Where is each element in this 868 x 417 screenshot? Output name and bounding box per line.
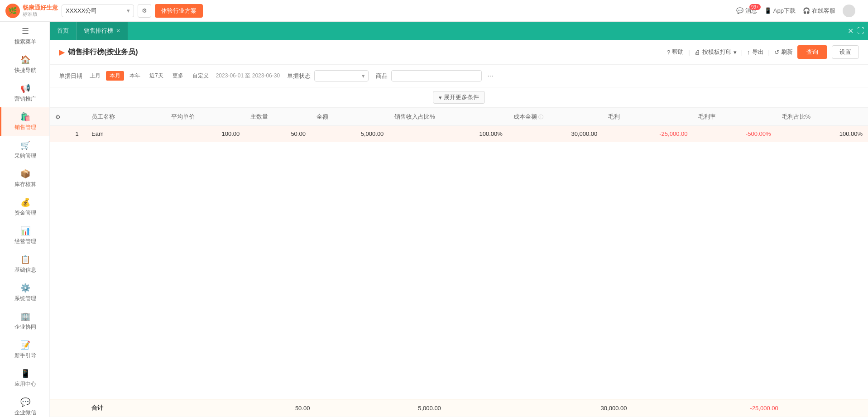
help-icon: ? (667, 49, 670, 56)
row-quantity: 50.00 (245, 126, 311, 142)
sidebar-item-purchase[interactable]: 🛒 采购管理 (0, 136, 49, 164)
date-tab-custom[interactable]: 自定义 (189, 71, 212, 81)
date-tab-last-month[interactable]: 上月 (86, 71, 104, 81)
trial-button[interactable]: 体验行业方案 (155, 4, 203, 18)
date-filter: 单据日期 上月 本月 本年 近7天 更多 自定义 2023-06-01 至 20… (59, 71, 280, 81)
status-select-wrap (314, 70, 369, 81)
footer-sales-pct (446, 399, 489, 417)
footer-table: 合计 50.00 5,000.00 30,000.00 -25,000.00 (50, 399, 868, 417)
online-service-button[interactable]: 🎧 在线客服 (803, 7, 835, 15)
row-settings-cell (50, 126, 68, 142)
sidebar-item-sales[interactable]: 🛍️ 销售管理 (0, 107, 49, 136)
date-range: 2023-06-01 至 2023-06-30 (216, 72, 280, 80)
purchase-icon: 🛒 (20, 140, 30, 150)
tab-fullscreen-icon[interactable]: ⛶ (857, 27, 864, 35)
table-section: ⚙ 员工名称 平均单价 主数量 全额 销售收入占比% 成本全额 ⓘ 毛利 毛利率… (50, 108, 868, 399)
sidebar-item-guide[interactable]: 📝 新手引导 (0, 336, 49, 364)
date-tab-this-month[interactable]: 本月 (106, 71, 124, 81)
row-name: Eam (86, 126, 166, 142)
settings-icon-btn[interactable]: ⚙ (138, 4, 151, 18)
sidebar-item-search[interactable]: ☰ 搜索菜单 (0, 22, 49, 50)
page-title-row: ▶ 销售排行榜(按业务员) ? 帮助 | 🖨 按模板打印 ▾ | (59, 45, 859, 59)
sidebar-item-operations[interactable]: 📊 经营管理 (0, 221, 49, 250)
settings-button[interactable]: 设置 (832, 45, 859, 59)
sidebar-label-basic-info: 基础信息 (14, 266, 36, 274)
col-sales-pct: 销售收入占比% (389, 108, 508, 126)
tab-bar-actions: ✕ ⛶ (848, 27, 868, 35)
print-dropdown-icon: ▾ (734, 49, 737, 56)
tab-home[interactable]: 首页 (50, 22, 77, 40)
system-icon: ⚙️ (20, 283, 30, 293)
expand-more-button[interactable]: ▾ 展开更多条件 (433, 91, 485, 104)
sidebar-label-enterprise: 企业协同 (14, 323, 36, 331)
help-button[interactable]: ? 帮助 (667, 48, 684, 56)
enterprise-icon: 🏢 (20, 312, 30, 321)
top-bar: 🌿 畅康通好生意 标准版 XXXXX公司 ▾ ⚙ 体验行业方案 💬 消息 99+… (0, 0, 868, 22)
date-tab-7days[interactable]: 近7天 (146, 71, 167, 81)
sidebar-label-purchase: 采购管理 (14, 152, 36, 160)
export-button[interactable]: ↑ 导出 (747, 48, 764, 56)
company-name: XXXXX公司 (66, 7, 97, 15)
sidebar-label-sales: 销售管理 (14, 124, 36, 131)
expand-label: 展开更多条件 (444, 93, 479, 101)
headset-icon: 🎧 (803, 7, 810, 14)
table-footer: 合计 50.00 5,000.00 30,000.00 -25,000.00 (50, 399, 868, 417)
goods-more-icon[interactable]: ··· (487, 72, 493, 80)
footer-label: 合计 (86, 399, 174, 417)
table-header-row: ⚙ 员工名称 平均单价 主数量 全额 销售收入占比% 成本全额 ⓘ 毛利 毛利率… (50, 108, 868, 126)
avatar[interactable] (843, 5, 855, 17)
col-quantity: 主数量 (245, 108, 311, 126)
app-download-label: App下载 (773, 7, 796, 15)
col-gross-rate: 毛利率 (693, 108, 776, 126)
export-label: 导出 (752, 48, 764, 56)
app-download-button[interactable]: 📱 App下载 (764, 7, 796, 15)
page-title: 销售排行榜(按业务员) (68, 48, 138, 57)
col-settings[interactable]: ⚙ (50, 108, 68, 126)
goods-filter: 商品 ··· (376, 70, 493, 81)
sidebar-label-quick-nav: 快捷导航 (14, 67, 36, 74)
row-gross: -25,000.00 (603, 126, 693, 142)
sidebar-item-app-center[interactable]: 📱 应用中心 (0, 364, 49, 393)
refresh-icon: ↺ (774, 49, 779, 56)
sidebar-label-search: 搜索菜单 (14, 38, 36, 46)
divider3: | (768, 49, 770, 56)
sidebar-item-inventory[interactable]: 📦 库存核算 (0, 164, 49, 193)
sidebar-label-guide: 新手引导 (14, 352, 36, 359)
sidebar-item-basic-info[interactable]: 📋 基础信息 (0, 250, 49, 278)
footer-cell-empty2 (68, 399, 86, 417)
date-tab-this-year[interactable]: 本年 (126, 71, 144, 81)
sidebar-item-finance[interactable]: 💰 资金管理 (0, 193, 49, 221)
goods-filter-label: 商品 (376, 72, 388, 80)
footer-gross-pct (826, 399, 868, 417)
back-arrow-icon[interactable]: ▶ (59, 48, 64, 57)
sidebar-item-wechat[interactable]: 💬 企业微信 (0, 393, 49, 417)
download-icon: 📱 (764, 7, 772, 14)
tab-close-icon[interactable]: ✕ (116, 28, 120, 34)
expand-row: ▾ 展开更多条件 (50, 87, 868, 108)
col-amount: 全额 (311, 108, 389, 126)
refresh-button[interactable]: ↺ 刷新 (774, 48, 793, 56)
date-tab-more[interactable]: 更多 (169, 71, 187, 81)
goods-input[interactable] (391, 70, 482, 81)
app-center-icon: 📱 (20, 369, 30, 379)
sidebar-item-system[interactable]: ⚙️ 系统管理 (0, 278, 49, 307)
main-layout: ☰ 搜索菜单 🏠 快捷导航 📢 营销推广 🛍️ 销售管理 🛒 采购管理 📦 库存… (0, 22, 868, 417)
footer-gross-rate (784, 399, 826, 417)
query-button[interactable]: 查询 (797, 45, 827, 59)
tab-sales-rank[interactable]: 销售排行榜 ✕ (77, 22, 128, 40)
tab-close-all-icon[interactable]: ✕ (848, 27, 854, 35)
expand-icon: ▾ (439, 94, 442, 101)
logo-icon: 🌿 (5, 4, 20, 18)
company-selector[interactable]: XXXXX公司 ▾ (62, 5, 134, 17)
notification-button[interactable]: 💬 消息 99+ (736, 7, 757, 15)
sidebar-item-quick-nav[interactable]: 🏠 快捷导航 (0, 50, 49, 79)
finance-icon: 💰 (20, 197, 30, 207)
footer-amount: 5,000.00 (315, 399, 446, 417)
sidebar-item-marketing[interactable]: 📢 营销推广 (0, 79, 49, 107)
print-button[interactable]: 🖨 按模板打印 ▾ (695, 48, 737, 56)
row-gross-pct: 100.00% (777, 126, 868, 142)
col-cost: 成本全额 ⓘ (508, 108, 603, 126)
sidebar-item-enterprise[interactable]: 🏢 企业协同 (0, 307, 49, 336)
sidebar-label-system: 系统管理 (14, 295, 36, 302)
status-select[interactable] (314, 70, 369, 81)
